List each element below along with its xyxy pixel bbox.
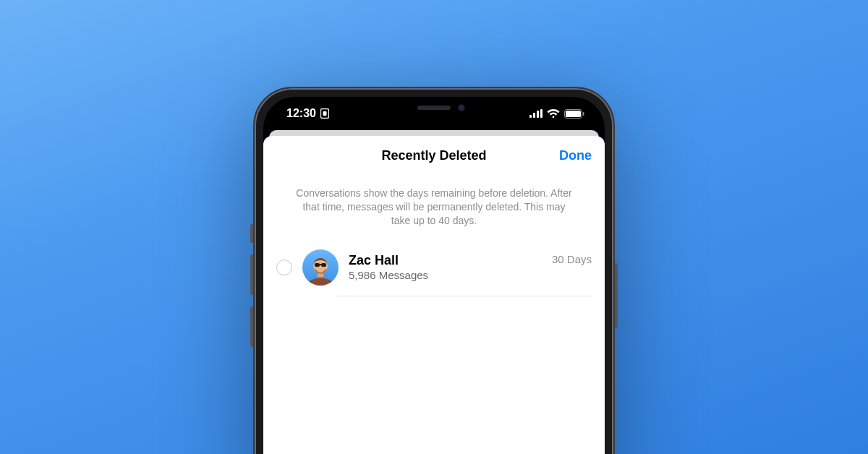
conversation-main: Zac Hall 5,986 Messages 30 Days <box>349 253 592 281</box>
silence-switch <box>250 224 253 243</box>
speaker-grille <box>417 106 451 110</box>
conversation-name: Zac Hall <box>349 253 428 269</box>
cell-signal-icon <box>529 109 542 118</box>
wifi-icon <box>547 109 560 119</box>
svg-rect-9 <box>321 263 326 267</box>
conversation-row[interactable]: Zac Hall 5,986 Messages 30 Days <box>263 245 605 296</box>
sheet-title: Recently Deleted <box>381 148 486 163</box>
svg-rect-8 <box>315 263 320 267</box>
conversation-subtitle: 5,986 Messages <box>349 269 428 281</box>
avatar-image <box>302 249 339 286</box>
sim-card-icon <box>320 108 329 119</box>
front-camera <box>458 104 465 111</box>
row-divider <box>337 296 592 296</box>
selection-circle[interactable] <box>276 260 292 275</box>
power-button <box>615 263 618 328</box>
avatar <box>302 249 339 286</box>
phone-frame: 12:30 Recently <box>253 87 615 454</box>
volume-down-button <box>250 307 253 347</box>
svg-rect-10 <box>320 264 321 265</box>
days-remaining: 30 Days <box>545 253 592 265</box>
done-button-label: Done <box>559 148 592 163</box>
status-time: 12:30 <box>286 107 316 120</box>
phone-mockup: 12:30 Recently <box>253 87 615 454</box>
explanation-text: Conversations show the days remaining be… <box>263 175 605 245</box>
phone-screen: 12:30 Recently <box>263 97 605 454</box>
svg-rect-3 <box>566 111 581 117</box>
svg-rect-1 <box>323 111 326 116</box>
notch <box>373 97 495 119</box>
svg-rect-4 <box>583 112 584 116</box>
battery-icon <box>564 109 584 119</box>
done-button[interactable]: Done <box>559 136 592 175</box>
recently-deleted-sheet: Recently Deleted Done Conversations show… <box>263 136 605 454</box>
volume-up-button <box>250 254 253 295</box>
sheet-header: Recently Deleted Done <box>263 136 605 175</box>
